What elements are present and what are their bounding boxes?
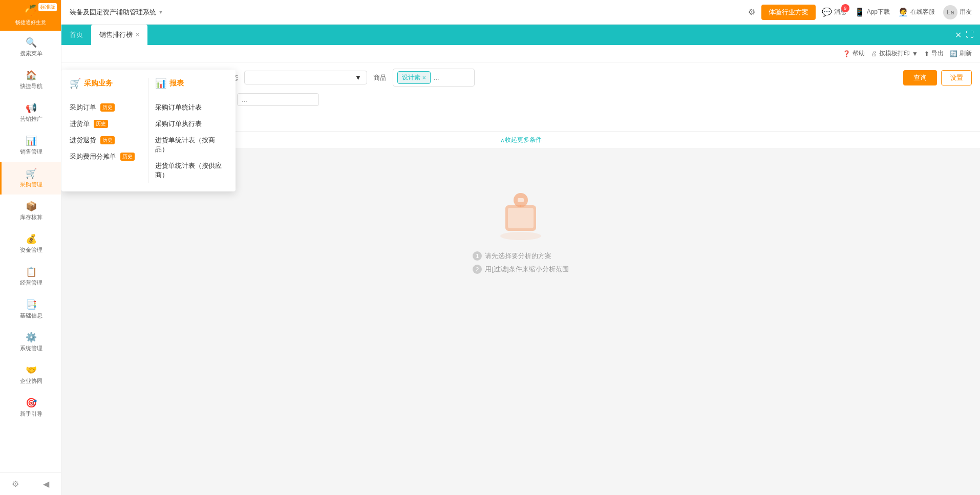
incoming-stat-supplier-item[interactable]: 进货单统计表（按供应商）	[155, 158, 228, 183]
sidebar-item-inventory[interactable]: 📦 库存核算	[0, 195, 61, 227]
svg-rect-2	[508, 208, 534, 228]
help-label: 帮助	[853, 49, 865, 58]
sidebar: 🍊 畅捷通好生意 标准版 🔍 搜索菜单 🏠 快捷导航 📢 营销推广 📊 销售管理…	[0, 0, 61, 495]
empty-text: 1 请先选择要分析的方案 2 用[过滤]条件来缩小分析范围	[473, 249, 568, 276]
history-badge-return: 历史	[100, 136, 115, 144]
online-service-btn[interactable]: 🧑‍💼 在线客服	[898, 7, 935, 17]
order-stat-item[interactable]: 采购订单统计表	[155, 99, 228, 116]
inventory-icon: 📦	[26, 201, 37, 212]
history-badge-incoming: 历史	[94, 120, 108, 128]
expense-item[interactable]: 采购费用分摊单 历史	[70, 148, 142, 165]
tab-bar: 首页 销售排行榜 × ✕ ⛶	[61, 25, 980, 45]
hint-text-1: 请先选择要分析的方案	[485, 249, 551, 263]
tab-expand-icon[interactable]: ⛶	[966, 30, 974, 39]
print-btn[interactable]: 🖨 按模板打印 ▼	[871, 49, 918, 58]
dropdown-arrow-icon: ▼	[158, 9, 163, 15]
history-badge-expense: 历史	[120, 153, 135, 161]
system-title-dropdown[interactable]: 装备及固定资产辅助管理系统 ▼	[70, 8, 742, 17]
sidebar-item-basic[interactable]: 📑 基础信息	[0, 293, 61, 326]
salesman-dots[interactable]: ...	[242, 96, 247, 103]
business-header-icon: 🛒	[70, 78, 81, 89]
history-badge-order: 历史	[100, 103, 115, 112]
hint-1: 1 请先选择要分析的方案	[473, 249, 568, 263]
business-header: 🛒 采购业务	[70, 78, 142, 93]
refresh-icon: 🔄	[950, 50, 957, 57]
purchase-order-item[interactable]: 采购订单 历史	[70, 99, 142, 116]
header-settings-icon[interactable]: ⚙	[748, 7, 755, 17]
service-icon: 🧑‍💼	[898, 7, 908, 17]
notification-badge: 9	[841, 4, 849, 12]
sidebar-item-sales[interactable]: 📊 销售管理	[0, 129, 61, 162]
goods-tag-close-icon[interactable]: ×	[422, 74, 426, 81]
return-label: 进货退货	[70, 136, 96, 145]
tab-close-all-icon[interactable]: ✕	[955, 30, 962, 40]
hint-2: 2 用[过滤]条件来缩小分析范围	[473, 263, 568, 276]
incoming-stat-goods-item[interactable]: 进货单统计表（按商品）	[155, 132, 228, 158]
sidebar-item-enterprise[interactable]: 🤝 企业协同	[0, 358, 61, 391]
main-content: 装备及固定资产辅助管理系统 ▼ ⚙ 体验行业方案 💬 9 消息 📱 App下载 …	[61, 0, 980, 495]
sidebar-item-label: 搜索菜单	[20, 50, 42, 57]
tab-close-icon[interactable]: ×	[136, 31, 139, 38]
newbie-icon: 🎯	[26, 397, 37, 408]
message-btn[interactable]: 💬 9 消息	[822, 7, 846, 17]
service-label: 在线客服	[910, 8, 935, 16]
sidebar-item-system[interactable]: ⚙️ 系统管理	[0, 326, 61, 358]
empty-illustration	[490, 190, 551, 241]
setting-button[interactable]: 设置	[941, 70, 972, 85]
message-icon: 💬	[822, 7, 832, 17]
sidebar-item-finance[interactable]: 💰 资金管理	[0, 227, 61, 260]
salesman-filter[interactable]: ...	[237, 93, 319, 106]
tab-home[interactable]: 首页	[61, 25, 91, 45]
toolbar: ❓ 帮助 🖨 按模板打印 ▼ ⬆ 导出 🔄 刷新	[61, 45, 980, 62]
purchase-menu-dropdown: 🛒 采购业务 采购订单 历史 进货单 历史 进货退货 历史	[61, 70, 236, 191]
mobile-icon: 📱	[855, 7, 865, 17]
sidebar-item-quick-nav[interactable]: 🏠 快捷导航	[0, 63, 61, 96]
export-btn[interactable]: ⬆ 导出	[924, 49, 944, 58]
tab-sales-rank[interactable]: 销售排行榜 ×	[91, 25, 147, 45]
dropdown-cols: 🛒 采购业务 采购订单 历史 进货单 历史 进货退货 历史	[70, 78, 227, 183]
sidebar-item-search[interactable]: 🔍 搜索菜单	[0, 31, 61, 63]
sidebar-item-label: 库存核算	[20, 213, 42, 221]
goods-dots[interactable]: ...	[434, 74, 439, 81]
logo-icon: 🍊	[24, 5, 37, 18]
dropdown-col-business: 🛒 采购业务 采购订单 历史 进货单 历史 进货退货 历史	[70, 78, 142, 183]
sidebar-collapse-btn[interactable]: ◀	[43, 479, 49, 489]
sidebar-item-label: 销售管理	[20, 148, 42, 156]
order-exec-item[interactable]: 采购订单执行表	[155, 116, 228, 132]
voucher-status-select[interactable]: ▼	[244, 71, 367, 84]
expense-label: 采购费用分摊单	[70, 152, 116, 161]
export-label: 导出	[931, 49, 944, 58]
avatar: Ea	[943, 5, 957, 19]
tab-sales-rank-label: 销售排行榜	[99, 30, 133, 39]
sidebar-item-marketing[interactable]: 📢 营销推广	[0, 96, 61, 129]
report-header-icon: 📊	[155, 78, 166, 89]
sidebar-item-newbie[interactable]: 🎯 新手引导	[0, 391, 61, 424]
query-button[interactable]: 查询	[903, 70, 937, 85]
purchase-icon: 🛒	[26, 168, 37, 179]
tab-bar-right: ✕ ⛶	[955, 30, 980, 40]
purchase-order-label: 采购订单	[70, 103, 96, 112]
export-icon: ⬆	[924, 50, 929, 57]
system-title: 装备及固定资产辅助管理系统 ▼	[70, 8, 742, 17]
refresh-btn[interactable]: 🔄 刷新	[950, 49, 972, 58]
top-header: 装备及固定资产辅助管理系统 ▼ ⚙ 体验行业方案 💬 9 消息 📱 App下载 …	[61, 0, 980, 25]
logo-badge: 标准版	[38, 3, 57, 11]
collapse-label: 收起更多条件	[505, 136, 542, 144]
goods-tag-design[interactable]: 设计素 ×	[397, 71, 431, 84]
incoming-item[interactable]: 进货单 历史	[70, 116, 142, 132]
sidebar-nav: 🔍 搜索菜单 🏠 快捷导航 📢 营销推广 📊 销售管理 🛒 采购管理 📦 库存核…	[0, 31, 61, 472]
refresh-label: 刷新	[960, 49, 972, 58]
incoming-stat-supplier-label: 进货单统计表（按供应商）	[155, 161, 228, 180]
sidebar-item-purchase[interactable]: 🛒 采购管理	[0, 162, 61, 195]
sidebar-settings-btn[interactable]: ⚙	[12, 479, 19, 489]
incoming-label: 进货单	[70, 119, 90, 128]
help-btn[interactable]: ❓ 帮助	[843, 49, 865, 58]
order-stat-label: 采购订单统计表	[155, 103, 202, 112]
sidebar-item-operation[interactable]: 📋 经营管理	[0, 260, 61, 293]
goods-filter[interactable]: 设计素 × ...	[393, 69, 475, 87]
industry-btn[interactable]: 体验行业方案	[761, 5, 816, 20]
return-item[interactable]: 进货退货 历史	[70, 132, 142, 148]
app-download-btn[interactable]: 📱 App下载	[855, 7, 890, 17]
user-btn[interactable]: Ea 用友	[943, 5, 972, 19]
search-icon: 🔍	[26, 37, 37, 48]
